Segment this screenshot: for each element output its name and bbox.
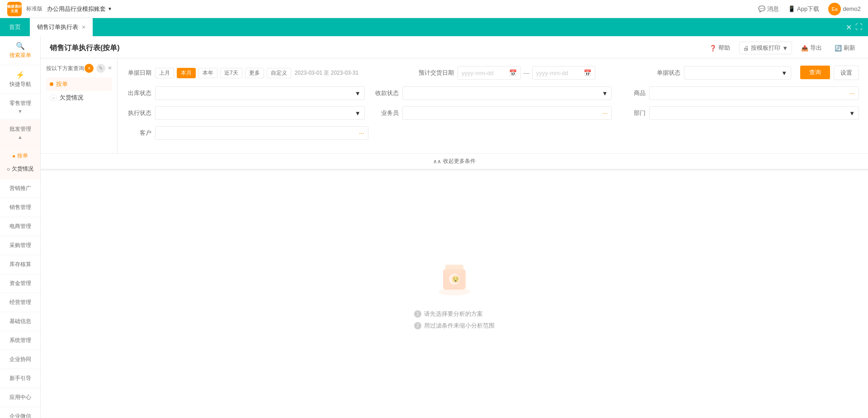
finance-label: 资金管理 <box>9 280 31 287</box>
filter-row-1: 单据日期 上月 本月 本年 近7天 更多 自定义 2023-03-01 至 20… <box>127 66 859 80</box>
maximize-icon[interactable]: ⛶ <box>855 23 863 31</box>
scheme-receivable-label: 欠货情况 <box>60 94 83 102</box>
sidebar-item-corp[interactable]: 企业协同 <box>0 350 40 369</box>
expected-start-date[interactable]: yyyy-mm-dd 📅 <box>458 66 521 80</box>
tag-last-month[interactable]: 上月 <box>155 68 174 78</box>
refresh-label: 刷新 <box>844 44 855 52</box>
sidebar-item-stock[interactable]: 库存核算 <box>0 255 40 274</box>
refresh-button[interactable]: 🔄 刷新 <box>831 42 859 54</box>
top-bar-left: 畅捷通好生意 标准版 办公用品行业模拟账套 ▼ <box>7 2 112 16</box>
filter-row-3: 执行状态 ▼ 业务员 ··· <box>127 106 859 120</box>
tag-last7days[interactable]: 近7天 <box>220 68 242 78</box>
receivable-sub-label: 欠货情况 <box>12 165 33 173</box>
newguide-label: 新手引导 <box>9 375 31 382</box>
filter-payment-item: 收款状态 ▼ <box>374 86 612 100</box>
tip-number-2: 2 <box>414 322 421 329</box>
sidebar-item-sales[interactable]: 销售管理 <box>0 198 40 217</box>
sidebar-item-ecommerce[interactable]: 电商管理 <box>0 217 40 236</box>
scheme-edit-button[interactable]: ✎ <box>96 64 105 73</box>
close-window-icon[interactable]: ✕ <box>846 23 852 32</box>
payment-label: 收款状态 <box>374 89 399 97</box>
sidebar-sub-item-order[interactable]: ● 按单 <box>0 149 40 162</box>
user-avatar-area[interactable]: Ea demo2 <box>828 3 861 15</box>
payment-select[interactable]: ▼ <box>402 86 612 100</box>
expected-date-range: yyyy-mm-dd 📅 — yyyy-mm-dd 📅 <box>458 66 595 80</box>
scheme-add-button[interactable]: + <box>85 64 94 73</box>
chevron-icon: ▼ <box>18 109 23 114</box>
sidebar-sub-menu: ● 按单 ○ 欠货情况 <box>0 146 40 179</box>
sidebar-item-operation[interactable]: 经营管理 <box>0 293 40 312</box>
outbound-select[interactable]: ▼ <box>155 86 365 100</box>
sidebar-item-basic[interactable]: 基础信息 <box>0 312 40 331</box>
quicknav-label: 快捷导航 <box>9 81 31 88</box>
empty-illustration: 😵 <box>432 256 477 301</box>
tab-close-button[interactable]: × <box>82 24 85 30</box>
sidebar-item-marketing[interactable]: 营销推广 <box>0 179 40 198</box>
expected-end-date[interactable]: yyyy-mm-dd 📅 <box>532 66 595 80</box>
scheme-collapse-button[interactable]: « <box>108 64 112 73</box>
start-date-calendar-icon[interactable]: 📅 <box>509 69 517 76</box>
sidebar-item-quicknav[interactable]: ⚡ 快捷导航 <box>0 65 40 94</box>
basic-label: 基础信息 <box>9 318 31 325</box>
sidebar-item-appcenter[interactable]: 应用中心 <box>0 388 40 407</box>
template-print-label: 按模板打印 <box>751 44 780 52</box>
tip-number-1: 1 <box>414 310 421 318</box>
sidebar-item-wholesale[interactable]: 批发管理 ▲ <box>0 120 40 146</box>
message-button[interactable]: 💬 消息 <box>758 5 779 13</box>
collapse-bar[interactable]: ∧∧ 收起更多条件 <box>41 153 868 169</box>
stock-label: 库存核算 <box>9 261 31 268</box>
customer-select[interactable]: ··· <box>155 126 368 140</box>
tag-this-month[interactable]: 本月 <box>177 68 196 78</box>
sidebar-item-search[interactable]: 🔍 搜索菜单 <box>0 36 40 65</box>
empty-state: 😵 1 请先选择要分析的方案 2 用过滤条件来缩小分析范围 <box>41 171 868 418</box>
salesman-select[interactable]: ··· <box>402 106 612 120</box>
refresh-icon: 🔄 <box>835 45 842 52</box>
appcenter-label: 应用中心 <box>9 394 31 401</box>
tag-custom[interactable]: 自定义 <box>267 68 291 78</box>
end-date-calendar-icon[interactable]: 📅 <box>584 69 591 76</box>
message-label: 消息 <box>767 5 779 13</box>
message-icon: 💬 <box>758 5 765 12</box>
marketing-label: 营销推广 <box>9 185 31 192</box>
sales-label: 销售管理 <box>9 204 31 211</box>
filter-panel: 按以下方案查询 + ✎ « <box>41 58 868 169</box>
tag-more[interactable]: 更多 <box>245 68 264 78</box>
goods-select[interactable]: ··· <box>649 86 859 100</box>
sidebar-item-corpwechat[interactable]: 企业微信 <box>0 407 40 418</box>
tab-home[interactable]: 首页 <box>0 18 30 36</box>
sidebar-item-finance[interactable]: 资金管理 <box>0 274 40 293</box>
execution-select[interactable]: ▼ <box>155 106 365 120</box>
scheme-item-receivable[interactable]: ○ 欠货情况 <box>46 91 112 104</box>
help-button[interactable]: ❓ 帮助 <box>706 42 734 54</box>
goods-more-icon[interactable]: ··· <box>849 90 855 97</box>
status-select[interactable]: ▼ <box>684 66 791 80</box>
industry-selector[interactable]: 办公用品行业模拟账套 ▼ <box>47 5 112 13</box>
export-label: 导出 <box>810 44 822 52</box>
filter-form: 单据日期 上月 本月 本年 近7天 更多 自定义 2023-03-01 至 20… <box>118 58 868 153</box>
settings-button[interactable]: 设置 <box>834 66 859 80</box>
execution-chevron-icon: ▼ <box>355 110 361 117</box>
content-area: 销售订单执行表(按单) ❓ 帮助 🖨 按模板打印 ▼ 📤 导出 🔄 刷新 <box>41 36 868 418</box>
customer-more-icon[interactable]: ··· <box>359 129 364 137</box>
top-bar-right: 💬 消息 📱 App下载 Ea demo2 <box>758 3 861 15</box>
app-download-button[interactable]: 📱 App下载 <box>788 5 819 13</box>
sidebar-sub-item-receivable[interactable]: ○ 欠货情况 <box>0 162 40 176</box>
empty-tip-1: 1 请先选择要分析的方案 <box>414 310 495 318</box>
query-button[interactable]: 查询 <box>800 66 830 79</box>
export-button[interactable]: 📤 导出 <box>797 42 826 54</box>
main-layout: 🔍 搜索菜单 ⚡ 快捷导航 零售管理 ▼ 批发管理 ▲ ● 按单 ○ 欠货情况 … <box>0 36 868 418</box>
filter-outbound-item: 出库状态 ▼ <box>127 86 365 100</box>
sidebar-item-system[interactable]: 系统管理 <box>0 331 40 350</box>
edit-icon: ✎ <box>99 65 103 71</box>
tag-this-year[interactable]: 本年 <box>198 68 217 78</box>
logo-text: 畅捷通好生意 <box>7 5 22 13</box>
tab-sales-order[interactable]: 销售订单执行表 × <box>30 18 93 36</box>
dept-select[interactable]: ▼ <box>649 106 859 120</box>
outbound-chevron-icon: ▼ <box>355 90 361 97</box>
template-print-button[interactable]: 🖨 按模板打印 ▼ <box>739 42 792 54</box>
scheme-item-order[interactable]: 按单 <box>46 77 112 91</box>
sidebar-item-purchase[interactable]: 采购管理 <box>0 236 40 255</box>
sidebar-item-retail[interactable]: 零售管理 ▼ <box>0 94 40 120</box>
salesman-more-icon[interactable]: ··· <box>603 109 608 117</box>
sidebar-item-newguide[interactable]: 新手引导 <box>0 369 40 388</box>
